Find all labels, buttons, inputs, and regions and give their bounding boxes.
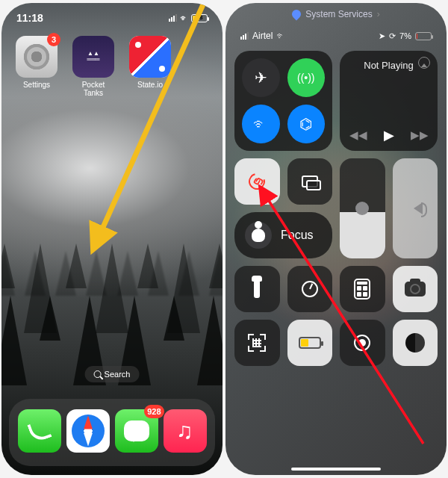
app-state-io[interactable]: State.io [128, 36, 172, 97]
clock: 11:18 [16, 12, 43, 24]
wifi-icon: ᯤ [276, 31, 285, 41]
dock: 928 ♫ [9, 399, 215, 466]
phone-icon [27, 418, 52, 443]
cc-header[interactable]: System Services › [225, 9, 447, 19]
battery-saver-icon: ⟳ [389, 31, 396, 41]
low-power-mode-toggle[interactable] [287, 320, 333, 366]
rotation-lock-toggle[interactable] [234, 158, 280, 205]
wifi-icon: ᯤ [180, 13, 188, 22]
chevron-right-icon: › [377, 9, 380, 19]
cc-grid: ✈ ((•)) ᯤ ⌬ Not Playing ◀◀ ▶ ▶▶ [234, 51, 438, 466]
home-screen: 11:18 ᯤ 18 3 Settings ▲▲═══ Pocket Tanks [1, 3, 223, 475]
dock-messages[interactable]: 928 [115, 409, 158, 453]
settings-badge: 3 [47, 33, 60, 46]
music-icon: ♫ [176, 420, 193, 442]
spotlight-search[interactable]: Search [85, 366, 140, 382]
focus-label: Focus [281, 229, 314, 242]
camera-button[interactable] [393, 266, 438, 312]
app-settings[interactable]: 3 Settings [15, 36, 58, 97]
app-label: Settings [15, 81, 58, 89]
control-center: System Services › Airtel ᯤ ➤ ⟳ 7% ✈ ((•)… [225, 3, 447, 475]
volume-slider[interactable] [393, 158, 438, 258]
antenna-icon: ((•)) [297, 72, 315, 84]
record-icon [354, 335, 370, 351]
app-pocket-tanks[interactable]: ▲▲═══ Pocket Tanks [72, 36, 115, 97]
state-io-icon [129, 36, 171, 78]
cc-header-label: System Services [305, 9, 372, 19]
focus-button[interactable]: Focus [234, 212, 332, 258]
messages-badge: 928 [144, 405, 164, 418]
calculator-button[interactable] [340, 266, 385, 312]
qr-icon [248, 334, 266, 352]
prev-track-button[interactable]: ◀◀ [349, 128, 367, 142]
focus-icon [252, 229, 265, 242]
screen-record-button[interactable] [340, 320, 385, 366]
next-track-button[interactable]: ▶▶ [411, 128, 429, 142]
location-icon [290, 8, 303, 21]
media-controls[interactable]: Not Playing ◀◀ ▶ ▶▶ [340, 51, 438, 151]
dock-safari[interactable] [66, 409, 110, 453]
brightness-slider[interactable] [340, 158, 385, 258]
low-power-icon [299, 337, 321, 349]
wifi-toggle[interactable]: ᯤ [242, 105, 280, 143]
cellular-signal-icon [240, 32, 249, 40]
battery-icon [415, 32, 432, 40]
calculator-icon [354, 279, 370, 299]
wifi-icon: ᯤ [253, 116, 268, 133]
screen-mirroring-button[interactable] [287, 158, 333, 205]
flashlight-icon [254, 280, 260, 298]
dark-mode-toggle[interactable] [393, 320, 438, 366]
airplay-icon[interactable] [418, 57, 430, 69]
rotation-lock-icon [246, 170, 268, 193]
play-button[interactable]: ▶ [384, 127, 394, 143]
home-apps-row: 3 Settings ▲▲═══ Pocket Tanks State.io [15, 36, 209, 97]
airplane-mode-toggle[interactable]: ✈ [242, 58, 280, 97]
status-bar: 11:18 ᯤ 18 [1, 9, 223, 27]
bluetooth-icon: ⌬ [299, 115, 312, 133]
safari-icon [72, 415, 105, 447]
location-active-icon: ➤ [379, 31, 385, 41]
messages-icon [124, 420, 149, 441]
connectivity-group: ✈ ((•)) ᯤ ⌬ [234, 51, 332, 151]
cellular-signal-icon [169, 14, 177, 22]
wallpaper-trees [1, 206, 223, 385]
volume-icon [408, 202, 423, 214]
qr-scanner-button[interactable] [234, 320, 280, 366]
focus-icon-bg [245, 222, 272, 249]
home-indicator[interactable] [291, 468, 381, 471]
search-icon [94, 370, 102, 378]
cellular-data-toggle[interactable]: ((•)) [287, 58, 326, 97]
carrier-label: Airtel [252, 31, 273, 41]
screen-mirroring-icon [302, 176, 318, 187]
app-label: Pocket Tanks [72, 81, 115, 97]
battery-pct: 7% [399, 31, 411, 40]
battery-icon: 18 [191, 14, 208, 22]
settings-icon: 3 [16, 36, 57, 78]
pocket-tanks-icon: ▲▲═══ [72, 36, 114, 78]
timer-button[interactable] [287, 266, 333, 312]
dark-mode-icon [405, 333, 425, 353]
dock-music[interactable]: ♫ [164, 409, 207, 453]
camera-icon [405, 282, 426, 297]
dock-phone[interactable] [18, 409, 61, 453]
brightness-fill [340, 212, 385, 258]
cc-status-bar: Airtel ᯤ ➤ ⟳ 7% [225, 28, 447, 43]
search-label: Search [105, 370, 131, 379]
flashlight-button[interactable] [234, 266, 280, 312]
bluetooth-toggle[interactable]: ⌬ [287, 105, 326, 143]
app-label: State.io [128, 81, 172, 89]
timer-icon [302, 281, 318, 297]
airplane-icon: ✈ [255, 69, 267, 87]
